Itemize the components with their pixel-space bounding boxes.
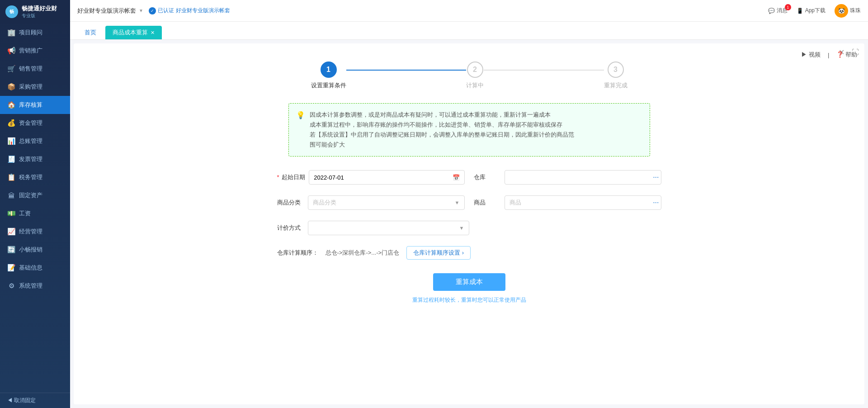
sidebar-item-inventory[interactable]: 🏠 库存核算 — [0, 96, 70, 114]
step-3-circle: 3 — [608, 62, 624, 78]
product-input-wrapper[interactable]: 商品 ··· — [505, 195, 661, 210]
sidebar-item-label: 总账管理 — [19, 137, 42, 145]
start-date-label: * 起始日期 — [277, 173, 306, 181]
account-selector[interactable]: 好业财专业版演示帐套 ▼ — [77, 7, 143, 15]
category-field: 商品分类 商品分类 ▼ — [277, 195, 465, 210]
recalc-button[interactable]: 重算成本 — [433, 273, 505, 291]
step-2-label: 计算中 — [466, 81, 484, 90]
sidebar-item-label: 系统管理 — [19, 282, 42, 290]
sidebar-item-project[interactable]: 🏢 项目顾问 — [0, 24, 70, 42]
phone-icon: 📱 — [797, 8, 803, 14]
form-row-1: * 起始日期 📅 仓库 ··· — [277, 170, 661, 185]
play-icon: ▶ — [801, 51, 807, 58]
category-label: 商品分类 — [277, 199, 304, 207]
messages-button[interactable]: 💬 消息 1 — [768, 7, 788, 14]
sidebar-item-operations[interactable]: 📈 经营管理 — [0, 223, 70, 241]
sidebar-item-basic[interactable]: 📝 基础信息 — [0, 259, 70, 277]
sidebar-item-label: 经营管理 — [19, 228, 42, 236]
inventory-icon: 🏠 — [7, 101, 15, 109]
topbar-actions: 💬 消息 1 📱 App下载 🐼 珠珠 — [768, 4, 861, 18]
sidebar-header: 畅 畅捷通好业财 专业版 — [0, 0, 70, 24]
purchase-icon: 📦 — [7, 83, 15, 91]
start-date-input[interactable] — [309, 171, 448, 184]
app-logo: 畅 — [5, 5, 18, 18]
info-line-3: 若【系统设置】中启用了自动调整记账日期时，会调整入库单的整单记账日期，因此重新计… — [310, 130, 574, 140]
sidebar-item-accounting[interactable]: 📊 总账管理 — [0, 132, 70, 150]
tab-home[interactable]: 首页 — [77, 26, 104, 39]
pricing-field: 计价方式 ▼ — [277, 221, 469, 235]
project-icon: 🏢 — [7, 28, 15, 37]
calendar-icon[interactable]: 📅 — [448, 174, 464, 181]
step-3: 3 重算完成 — [604, 62, 627, 90]
unpin-sidebar-button[interactable]: ◀ 取消固定 — [0, 393, 70, 408]
sidebar-item-label: 销售管理 — [19, 65, 42, 73]
warehouse-order-value: 总仓->深圳仓库->...->门店仓 — [326, 249, 400, 257]
product-field: 商品 商品 ··· — [474, 195, 661, 210]
main-area: 好业财专业版演示帐套 ▼ ✓ 已认证 好业财专业版演示帐套 💬 消息 1 📱 A… — [70, 0, 868, 408]
operations-icon: 📈 — [7, 228, 15, 236]
warehouse-label: 仓库 — [474, 173, 501, 181]
app-download-button[interactable]: 📱 App下载 — [797, 7, 826, 14]
sidebar-item-label: 库存核算 — [19, 101, 42, 109]
step-1: 1 设置重算条件 — [311, 62, 346, 90]
warehouse-input-wrapper[interactable]: ··· — [505, 170, 661, 185]
sidebar: 畅 畅捷通好业财 专业版 🏢 项目顾问 📢 营销推广 🛒 销售管理 📦 采购管理… — [0, 0, 70, 408]
sidebar-item-sales[interactable]: 🛒 销售管理 — [0, 60, 70, 78]
sidebar-item-salary[interactable]: 💵 工资 — [0, 204, 70, 223]
step-1-circle: 1 — [321, 62, 337, 78]
verified-icon: ✓ — [149, 7, 156, 14]
sidebar-item-marketing[interactable]: 📢 营销推广 — [0, 42, 70, 60]
sidebar-item-label: 营销推广 — [19, 47, 42, 55]
help-link[interactable]: ❓ 帮助 — [836, 51, 857, 59]
app-download-label: App下载 — [805, 7, 826, 14]
sidebar-item-assets[interactable]: 🏛 固定资产 — [0, 186, 70, 204]
verified-badge: ✓ 已认证 好业财专业版演示帐套 — [149, 7, 230, 14]
sidebar-item-label: 固定资产 — [19, 191, 42, 199]
sidebar-item-expenses[interactable]: 🔄 小畅报销 — [0, 241, 70, 259]
pricing-select[interactable]: ▼ — [308, 221, 469, 235]
start-date-input-wrapper[interactable]: 📅 — [309, 170, 464, 185]
sidebar-item-purchase[interactable]: 📦 采购管理 — [0, 78, 70, 96]
tab-cost-recalc[interactable]: 商品成本重算 ✕ — [105, 26, 162, 39]
app-edition: 专业版 — [22, 13, 57, 19]
warehouse-order-settings-button[interactable]: 仓库计算顺序设置 › — [406, 246, 471, 260]
sidebar-item-label: 工资 — [19, 209, 31, 218]
warehouse-dots-icon[interactable]: ··· — [651, 173, 660, 181]
tab-close-icon[interactable]: ✕ — [151, 30, 155, 36]
sales-icon: 🛒 — [7, 65, 15, 73]
account-dropdown-arrow: ▼ — [139, 8, 143, 13]
avatar: 🐼 — [835, 4, 848, 18]
verified-account-name: 好业财专业版演示帐套 — [176, 7, 230, 14]
category-placeholder: 商品分类 — [313, 199, 455, 207]
warehouse-order-row: 仓库计算顺序： 总仓->深圳仓库->...->门店仓 仓库计算顺序设置 › — [277, 246, 661, 260]
info-line-1: 因成本计算参数调整，或是对商品成本有疑问时，可以通过成本重算功能，重新计算一遍成… — [310, 110, 574, 120]
sidebar-item-label: 项目顾问 — [19, 28, 42, 37]
product-dots-icon[interactable]: ··· — [651, 199, 660, 207]
form-row-2: 商品分类 商品分类 ▼ 商品 商品 ··· — [277, 195, 661, 210]
sidebar-item-system[interactable]: ⚙ 系统管理 — [0, 277, 70, 295]
video-link[interactable]: ▶ 视频 — [801, 51, 821, 59]
step-line-2 — [484, 70, 604, 71]
step-3-label: 重算完成 — [604, 81, 627, 90]
tabbar: 首页 商品成本重算 ✕ — [70, 22, 868, 40]
messages-badge: 1 — [785, 4, 791, 10]
app-name: 畅捷通好业财 — [22, 5, 57, 13]
info-line-4: 围可能会扩大 — [310, 140, 574, 150]
system-icon: ⚙ — [7, 282, 15, 290]
content-area: ✕ ⛶ ▶ 视频 | ❓ 帮助 1 设置重算条件 — [74, 43, 864, 404]
sidebar-item-label: 采购管理 — [19, 83, 42, 91]
user-name: 珠珠 — [850, 7, 861, 14]
finance-icon: 💰 — [7, 119, 15, 127]
user-avatar[interactable]: 🐼 珠珠 — [835, 4, 861, 18]
sidebar-item-invoice[interactable]: 🧾 发票管理 — [0, 150, 70, 168]
warehouse-order-label: 仓库计算顺序： — [277, 249, 318, 257]
basic-icon: 📝 — [7, 264, 15, 272]
sidebar-item-finance[interactable]: 💰 资金管理 — [0, 114, 70, 132]
info-line-2: 成本重算过程中，影响库存账的操作均不能操作，比如进货单、销货单、库存单据不能审核… — [310, 120, 574, 130]
sidebar-item-tax[interactable]: 📋 税务管理 — [0, 168, 70, 186]
account-name: 好业财专业版演示帐套 — [77, 7, 136, 15]
sidebar-item-label: 资金管理 — [19, 119, 42, 127]
sidebar-item-label: 税务管理 — [19, 173, 42, 181]
form-section: * 起始日期 📅 仓库 ··· — [277, 170, 661, 304]
category-select[interactable]: 商品分类 ▼ — [308, 195, 465, 210]
